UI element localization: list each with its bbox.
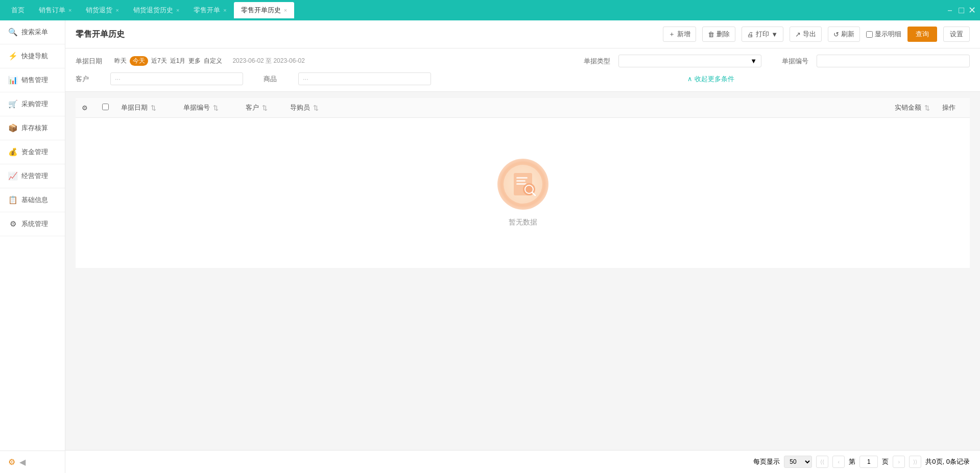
- table-salesperson-header[interactable]: 导购员 ⇅: [284, 98, 338, 118]
- per-page-select[interactable]: 50 100 200: [784, 456, 812, 468]
- select-all-checkbox[interactable]: [102, 104, 109, 110]
- sidebar-collapse-button[interactable]: ◀: [19, 457, 26, 467]
- sidebar-bottom: ⚙ ◀: [0, 451, 65, 473]
- table-number-header[interactable]: 单据编号 ⇅: [177, 98, 240, 118]
- tab-sales-return-history-close[interactable]: ×: [176, 7, 179, 13]
- date-7days[interactable]: 近7天: [151, 57, 167, 65]
- empty-state-text: 暂无数据: [509, 218, 537, 227]
- next-page-button[interactable]: ›: [893, 456, 905, 468]
- table-customer-header[interactable]: 客户 ⇅: [240, 98, 284, 118]
- prev-page-button[interactable]: ‹: [832, 456, 845, 468]
- refresh-label: 刷新: [841, 30, 854, 39]
- tab-sales-order[interactable]: 销售订单 ×: [32, 2, 79, 18]
- empty-document-svg: [503, 164, 543, 205]
- last-page-button[interactable]: ⟩⟩: [909, 456, 921, 468]
- display-detail-toggle[interactable]: 显示明细: [866, 30, 901, 39]
- table-settings-icon[interactable]: ⚙: [82, 104, 88, 112]
- display-detail-label: 显示明细: [875, 30, 901, 39]
- page-title: 零售开单历史: [76, 29, 125, 40]
- table-amount-header[interactable]: 实销金额 ⇅: [874, 98, 937, 118]
- type-filter-select[interactable]: ▼: [618, 55, 761, 67]
- sidebar-item-purchase-mgmt-label: 采购管理: [21, 99, 48, 109]
- customer-placeholder: ···: [115, 75, 121, 83]
- setting-button[interactable]: 设置: [943, 27, 970, 42]
- salesperson-col-label: 导购员: [290, 103, 310, 112]
- refresh-icon: ↺: [833, 31, 839, 38]
- sidebar-item-inventory[interactable]: 📦 库存核算: [0, 116, 65, 140]
- sidebar-item-sales-mgmt[interactable]: 📊 销售管理: [0, 68, 65, 92]
- tab-sales-order-close[interactable]: ×: [68, 7, 71, 13]
- collapse-icon: ∧: [687, 75, 692, 83]
- sidebar-item-basic-info[interactable]: 📋 基础信息: [0, 188, 65, 212]
- tab-retail-open-history-close[interactable]: ×: [284, 7, 287, 13]
- query-button[interactable]: 查询: [907, 27, 937, 42]
- customer-col-label: 客户: [246, 103, 259, 112]
- action-col-label: 操作: [942, 104, 955, 111]
- date-yesterday[interactable]: 昨天: [114, 57, 127, 65]
- per-page-label: 每页显示: [753, 457, 780, 466]
- table-checkbox-header[interactable]: [96, 98, 115, 118]
- print-button[interactable]: 🖨 打印 ▼: [742, 27, 783, 42]
- tab-bar: 首页 销售订单 × 销货退货 × 销货退货历史 × 零售开单 × 零售开单历史 …: [0, 0, 980, 20]
- display-detail-checkbox[interactable]: [866, 31, 873, 38]
- tab-sales-return-history[interactable]: 销货退货历史 ×: [126, 2, 186, 18]
- tab-sales-return-label: 销货退货: [86, 6, 112, 15]
- amount-sort-icon: ⇅: [924, 104, 930, 112]
- maximize-button[interactable]: □: [959, 5, 964, 16]
- sidebar-item-operations[interactable]: 📈 经营管理: [0, 164, 65, 188]
- number-filter-input[interactable]: [817, 55, 970, 67]
- inventory-icon: 📦: [8, 123, 17, 133]
- svg-rect-3: [516, 180, 525, 182]
- tab-sales-return[interactable]: 销货退货 ×: [79, 2, 126, 18]
- product-filter-select[interactable]: ···: [298, 72, 431, 85]
- finance-icon: 💰: [8, 147, 17, 157]
- table-settings-header[interactable]: ⚙: [76, 98, 96, 118]
- pagination-bar: 每页显示 50 100 200 ⟨⟨ ‹ 第 页 › ⟩⟩ 共0页, 0条记录: [65, 450, 980, 473]
- window-controls: － □ ✕: [945, 4, 976, 16]
- sidebar-item-finance-label: 资金管理: [21, 147, 48, 157]
- date-more[interactable]: 更多: [188, 57, 201, 65]
- export-icon: ↗: [795, 31, 801, 38]
- tab-retail-open-close[interactable]: ×: [223, 7, 226, 13]
- tab-sales-return-close[interactable]: ×: [115, 7, 118, 13]
- sys-mgmt-icon: ⚙: [8, 219, 17, 229]
- number-sort-icon: ⇅: [213, 104, 219, 112]
- sidebar-item-search-purchase[interactable]: 🔍 搜索采单: [0, 20, 65, 44]
- search-purchase-icon: 🔍: [8, 28, 17, 37]
- date-today[interactable]: 今天: [130, 56, 148, 66]
- collapse-conditions-button[interactable]: ∧ 收起更多条件: [687, 74, 734, 84]
- sidebar-item-finance[interactable]: 💰 资金管理: [0, 140, 65, 164]
- delete-button[interactable]: 🗑 删除: [702, 27, 735, 42]
- tab-retail-open-label: 零售开单: [194, 6, 220, 15]
- sidebar-gear-button[interactable]: ⚙: [8, 457, 15, 467]
- date-range-display: 2023-06-02 至 2023-06-02: [232, 57, 304, 65]
- sidebar-item-quick-nav[interactable]: ⚡ 快捷导航: [0, 44, 65, 68]
- purchase-mgmt-icon: 🛒: [8, 99, 17, 109]
- sidebar-item-purchase-mgmt[interactable]: 🛒 采购管理: [0, 92, 65, 116]
- refresh-button[interactable]: ↺ 刷新: [828, 27, 860, 42]
- filter-row-2: 客户 ··· 商品 ··· ∧ 收起更多条件: [76, 72, 970, 85]
- first-page-button[interactable]: ⟨⟨: [816, 456, 828, 468]
- tab-retail-open-history[interactable]: 零售开单历史 ×: [234, 2, 294, 18]
- tab-retail-open[interactable]: 零售开单 ×: [186, 2, 233, 18]
- current-page-input[interactable]: [859, 456, 878, 468]
- empty-state-row: 暂无数据: [76, 118, 970, 268]
- date-col-label: 单据日期: [121, 103, 148, 112]
- product-placeholder: ···: [303, 75, 308, 83]
- minimize-button[interactable]: －: [945, 4, 954, 16]
- print-icon: 🖨: [747, 31, 754, 38]
- header-actions: ＋ 新增 🗑 删除 🖨 打印 ▼ ↗ 导出 ↺ 刷新: [663, 27, 970, 42]
- export-button[interactable]: ↗ 导出: [790, 27, 822, 42]
- close-window-button[interactable]: ✕: [968, 5, 976, 16]
- svg-rect-4: [516, 183, 527, 185]
- tab-home-label: 首页: [11, 6, 25, 15]
- data-table: ⚙ 单据日期 ⇅ 单据编号: [76, 98, 970, 268]
- customer-filter-select[interactable]: ···: [110, 72, 243, 85]
- add-button[interactable]: ＋ 新增: [663, 27, 696, 42]
- tab-home[interactable]: 首页: [4, 2, 32, 18]
- table-date-header[interactable]: 单据日期 ⇅: [115, 98, 177, 118]
- date-1month[interactable]: 近1月: [170, 57, 186, 65]
- date-custom[interactable]: 自定义: [204, 57, 222, 65]
- sidebar-item-sys-mgmt[interactable]: ⚙ 系统管理: [0, 212, 65, 236]
- sidebar: 🔍 搜索采单 ⚡ 快捷导航 📊 销售管理 🛒 采购管理 📦 库存核算 💰 资金管…: [0, 20, 65, 473]
